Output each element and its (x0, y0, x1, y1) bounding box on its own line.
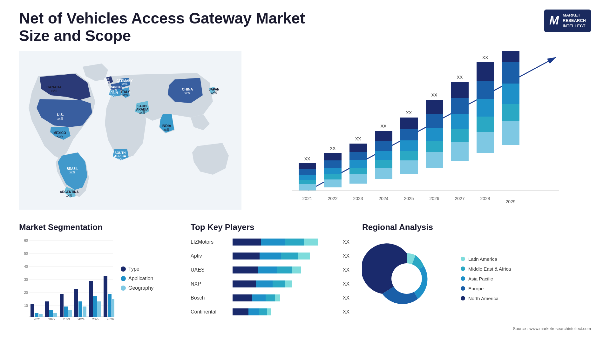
svg-rect-119 (64, 307, 68, 317)
logo-text: MARKET RESEARCH INTELLECT (563, 13, 586, 29)
svg-text:INDIA: INDIA (162, 124, 171, 128)
player-bar-aptiv (233, 251, 336, 261)
seg-chart-svg: 60 50 40 30 20 10 (19, 237, 114, 320)
page-container: Net of Vehicles Access Gateway Market Si… (0, 0, 610, 340)
svg-rect-58 (375, 141, 392, 151)
svg-text:50: 50 (24, 252, 28, 255)
svg-rect-45 (324, 153, 342, 160)
svg-rect-155 (248, 308, 259, 315)
svg-rect-124 (83, 307, 86, 317)
svg-rect-71 (426, 128, 443, 141)
legend-geography: Geography (121, 285, 153, 291)
svg-rect-56 (375, 160, 392, 168)
svg-rect-132 (112, 299, 114, 317)
svg-rect-66 (400, 118, 418, 129)
geography-dot (121, 286, 126, 291)
svg-rect-76 (451, 142, 469, 161)
svg-rect-110 (30, 304, 34, 317)
svg-rect-79 (451, 98, 469, 114)
type-dot (121, 266, 126, 272)
svg-text:xx%: xx% (117, 158, 123, 161)
key-players-title: Top Key Players (191, 222, 349, 232)
regional-section: Regional Analysis (362, 222, 591, 331)
svg-rect-49 (349, 168, 367, 174)
player-bosch: Bosch XX (191, 293, 349, 303)
svg-rect-69 (426, 152, 443, 168)
svg-text:2028: 2028 (480, 196, 490, 201)
svg-rect-90 (502, 121, 519, 145)
svg-point-158 (391, 263, 422, 294)
mea-label: Middle East & Africa (468, 266, 511, 272)
svg-rect-91 (502, 104, 519, 121)
svg-text:xx%: xx% (57, 135, 63, 138)
svg-rect-52 (349, 144, 367, 152)
segmentation-title: Market Segmentation (19, 222, 178, 232)
player-val-bosch: XX (343, 295, 349, 301)
svg-rect-120 (68, 310, 72, 317)
svg-rect-55 (375, 168, 392, 179)
na-label: North America (468, 296, 498, 301)
seg-legend: Type Application Geography (121, 266, 153, 291)
svg-rect-130 (104, 276, 107, 317)
svg-rect-43 (324, 168, 342, 174)
legend-application: Application (121, 276, 153, 281)
svg-text:XX: XX (457, 75, 463, 80)
svg-text:2021: 2021 (34, 318, 41, 320)
application-label: Application (128, 276, 153, 281)
svg-text:XX: XX (304, 156, 310, 161)
svg-rect-118 (60, 294, 64, 317)
svg-text:xx%: xx% (185, 91, 191, 95)
regional-legend: Latin America Middle East & Africa Asia … (461, 256, 511, 301)
svg-text:2022: 2022 (48, 318, 56, 320)
regional-title: Regional Analysis (362, 222, 591, 232)
svg-text:30: 30 (24, 278, 28, 281)
map-svg: CANADA xx% U.S. xx% MEXICO xx% BRAZIL xx… (19, 51, 241, 210)
svg-rect-157 (267, 308, 271, 315)
player-uaes: UAES XX (191, 265, 349, 275)
header: Net of Vehicles Access Gateway Market Si… (19, 10, 591, 44)
svg-text:xx%: xx% (70, 171, 76, 174)
svg-text:40: 40 (24, 265, 28, 268)
svg-rect-50 (349, 160, 367, 168)
europe-label: Europe (468, 286, 484, 291)
svg-rect-137 (304, 239, 318, 246)
svg-text:CHINA: CHINA (182, 87, 193, 91)
player-val-lizmotors: XX (343, 239, 349, 245)
svg-rect-116 (53, 313, 57, 317)
application-dot (121, 276, 126, 281)
svg-text:2025: 2025 (92, 318, 99, 320)
legend-type: Type (121, 266, 153, 272)
svg-text:2026: 2026 (107, 318, 114, 320)
svg-rect-149 (285, 280, 292, 287)
svg-text:xx%: xx% (110, 94, 116, 98)
latin-label: Latin America (468, 256, 497, 262)
svg-rect-150 (233, 294, 252, 301)
svg-rect-59 (375, 131, 392, 141)
player-val-uaes: XX (343, 267, 349, 273)
svg-text:2023: 2023 (63, 318, 70, 320)
player-bar-uaes (233, 265, 336, 275)
na-dot (461, 296, 465, 300)
svg-text:CANADA: CANADA (46, 85, 62, 89)
player-bar-continental (233, 307, 336, 317)
player-name-uaes: UAES (191, 267, 229, 273)
geography-label: Geography (128, 285, 153, 291)
svg-text:XX: XX (355, 136, 361, 141)
svg-rect-38 (299, 163, 316, 169)
svg-rect-142 (233, 266, 258, 273)
svg-rect-139 (260, 253, 281, 260)
svg-text:60: 60 (24, 239, 28, 242)
world-map: CANADA xx% U.S. xx% MEXICO xx% BRAZIL xx… (19, 51, 241, 210)
svg-rect-70 (426, 141, 443, 152)
source-text: Source : www.marketresearchintellect.com (362, 326, 591, 331)
svg-rect-57 (375, 151, 392, 160)
svg-rect-141 (298, 253, 310, 260)
latin-dot (461, 257, 465, 261)
svg-rect-138 (233, 253, 260, 260)
logo: M MARKET RESEARCH INTELLECT (544, 10, 591, 32)
player-val-aptiv: XX (343, 253, 349, 259)
svg-rect-73 (426, 100, 443, 114)
svg-text:2025: 2025 (404, 196, 414, 201)
svg-rect-72 (426, 114, 443, 128)
svg-text:BRAZIL: BRAZIL (67, 167, 78, 171)
